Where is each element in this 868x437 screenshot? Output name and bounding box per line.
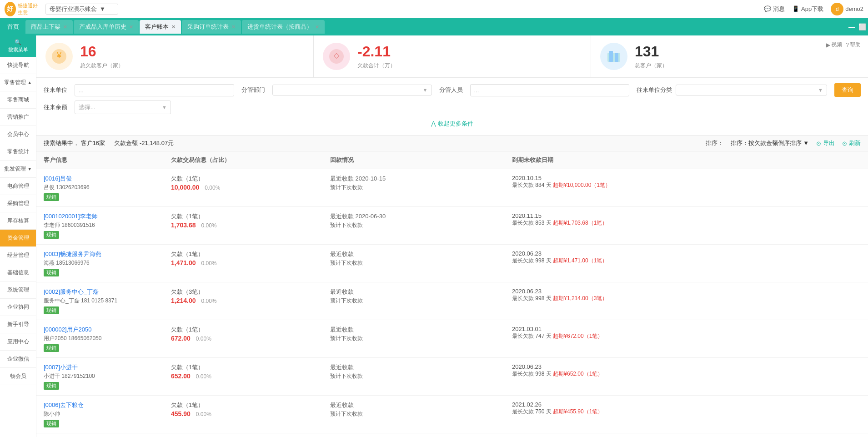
customer-name-link[interactable]: [0003]畅捷服务尹海燕 [44,250,171,258]
debt-amount-number: -2.11 [357,43,396,60]
overdue-link[interactable]: 超期¥455.90（1笔） [553,408,603,415]
sidebar-item-finance[interactable]: 资金管理 [0,230,36,247]
filter-balance: 往来余额 选择... ▼ [44,100,171,114]
sidebar-item-wholesale-mgmt[interactable]: 批发管理 ▼ [0,161,36,178]
help-link[interactable]: ? 帮助 [846,41,861,49]
close-icon[interactable]: ✕ [231,24,236,30]
tab-product-listing[interactable]: 商品上下架 ✕ [25,20,73,34]
company-selector[interactable]: 母婴行业演示账套 ▼ [45,4,118,15]
table-row: [0002]服务中心_丁磊 服务中心_丁磊 181 0125 8371 现销 欠… [36,282,868,320]
customer-info-cell: [0001020001]李老师 李老师 18600391516 现销 [44,212,171,239]
debt-amount-label: 欠款合计（万） [357,62,396,70]
app-name: 畅捷通好生意 [18,2,41,16]
sidebar-item-system-mgmt[interactable]: 系统管理 [0,281,36,299]
debt-customers-label: 总欠款客户（家） [80,62,124,70]
sidebar-item-retail-mgmt[interactable]: 零售管理 ▲ [0,74,36,91]
user-avatar-btn[interactable]: d demo2 [831,3,863,15]
tab-home[interactable]: 首页 [2,20,25,34]
total-customers-label: 总客户（家） [635,62,667,70]
department-select[interactable]: ▼ [272,85,432,95]
debt-amount-link[interactable]: 672.00 [171,335,191,342]
tab-customer-account[interactable]: 客户账本 ✕ [140,20,181,34]
overdue-link[interactable]: 超期¥10,000.00（1笔） [553,182,611,188]
manager-input[interactable]: ... [470,84,630,96]
sidebar-item-retail-stats[interactable]: 零售统计 [0,143,36,161]
unit-category-select[interactable]: ▼ [676,85,827,95]
overdue-link[interactable]: 超期¥1,471.00（1笔） [553,257,607,264]
tab-purchase-product-stats[interactable]: 进货单统计表（按商品） ✕ [242,20,325,34]
sidebar-item-inventory[interactable]: 库存核算 [0,212,36,230]
customer-info-cell: [0016]吕俊 吕俊 13026203696 现销 [44,175,171,201]
col-customer-info: 客户信息 [44,156,171,164]
sidebar-item-enterprise-wechat[interactable]: 企业微信 [0,351,36,368]
results-bar: 搜索结果中， 客户16家 欠款金额 -21,148.07元 排序： 排序：按欠款… [36,136,868,151]
sidebar-item-ecommerce[interactable]: 电商管理 [0,178,36,195]
debt-amount-link[interactable]: 455.90 [171,410,191,417]
tab-purchase-stats[interactable]: 采购订单统计表 ✕ [182,20,241,34]
sidebar-item-member-center[interactable]: 会员中心 [0,126,36,143]
debt-amount-link[interactable]: 1,214.00 [171,297,196,304]
due-date-cell: 2020.06.23 最长欠款 998 天 超期¥1,471.00（1笔） [512,250,861,265]
close-icon[interactable]: ✕ [171,24,176,30]
message-btn[interactable]: 💬 消息 [764,5,785,13]
sidebar-search[interactable]: 🔍 搜索菜单 [0,35,36,57]
svg-text:¥: ¥ [56,51,62,60]
sidebar-item-basic-info[interactable]: 基础信息 [0,264,36,281]
sidebar-item-purchase-mgmt[interactable]: 采购管理 [0,195,36,212]
recovery-cell: 最近收款 2020-10-15 预计下次收款 [330,175,512,191]
close-icon[interactable]: ✕ [129,24,133,30]
debt-amount-link[interactable]: 1,471.00 [171,259,196,266]
filter-manager: 分管人员 ... [439,84,630,96]
sidebar-item-marketing[interactable]: 营销推广 [0,109,36,126]
overdue-link[interactable]: 超期¥1,214.00（3笔） [553,295,607,301]
sidebar-item-operations[interactable]: 经营管理 [0,247,36,264]
close-icon[interactable]: ✕ [315,24,319,30]
sidebar-item-member[interactable]: 畅会员 [0,368,36,385]
due-date-cell: 2021.03.01 最长欠款 747 天 超期¥672.00（1笔） [512,326,861,340]
debt-amount-link[interactable]: 1,703.68 [171,221,196,229]
sidebar-quick-nav[interactable]: 快捷导航 [0,57,36,74]
sidebar-item-app-center[interactable]: 应用中心 [0,333,36,351]
close-icon[interactable]: ✕ [63,24,67,30]
refresh-icon: ⊙ [842,140,847,147]
sort-select[interactable]: 排序：按欠款金额倒序排序 ▼ [731,139,809,147]
debt-amount-link[interactable]: 652.00 [171,372,191,380]
app-download-btn[interactable]: 📱 App下载 [792,5,823,13]
customer-name-link[interactable]: [000002]用户2050 [44,326,171,334]
customer-info-cell: [0006]去下粮仓 陈小帅 现销 [44,401,171,427]
tab-product-history[interactable]: 产成品入库单历史 ✕ [74,20,139,34]
refresh-button[interactable]: ⊙ 刷新 [842,139,861,147]
export-button[interactable]: ⊙ 导出 [816,139,835,147]
sidebar-item-newcomer-guide[interactable]: 新手引导 [0,316,36,333]
from-unit-input[interactable]: ... [75,84,234,96]
stats-bar: ¥ 16 总欠款客户（家） ◇ -2.11 欠款合计（万） [36,35,868,78]
overdue-link[interactable]: 超期¥1,703.68（1笔） [553,220,607,226]
company-dropdown-icon: ▼ [100,5,105,12]
overdue-link[interactable]: 超期¥652.00（1笔） [553,371,603,377]
table-row: [000001]黄思源 黄思源 13552700226 现销 欠款（1笔） 42… [36,433,868,437]
table-header: 客户信息 欠款交易信息（占比） 回款情况 到期未收款日期 [36,151,868,169]
chevron-down-icon: ▼ [162,105,167,110]
customer-name-link[interactable]: [0007]小进干 [44,363,171,372]
collapse-filter-btn[interactable]: ⋀ 收起更多条件 [44,118,861,130]
svg-rect-6 [615,53,618,62]
customer-name-link[interactable]: [0006]去下粮仓 [44,401,171,409]
collapse-icon: ⋀ [431,120,438,127]
video-link[interactable]: ▶ 视频 [826,41,842,49]
chevron-down-icon: ▼ [818,87,823,93]
sidebar-item-enterprise-collab[interactable]: 企业协同 [0,299,36,316]
debt-amount-link[interactable]: 10,000.00 [171,184,199,191]
customer-name-link[interactable]: [0002]服务中心_丁磊 [44,288,171,296]
sidebar-item-retail-mall[interactable]: 零售商城 [0,91,36,109]
search-button[interactable]: 查询 [834,83,861,97]
balance-select[interactable]: 选择... ▼ [75,100,171,114]
customer-name-link[interactable]: [0016]吕俊 [44,175,171,183]
due-date-cell: 2021.02.26 最长欠款 750 天 超期¥455.90（1笔） [512,401,861,416]
avatar: d [831,3,843,15]
maximize-icon[interactable]: ⬜ [858,23,866,30]
recovery-cell: 最近收款 预计下次收款 [330,326,512,342]
ellipsis-icon: ... [79,87,84,94]
overdue-link[interactable]: 超期¥672.00（1笔） [553,333,603,339]
minimize-icon[interactable]: — [848,23,855,30]
customer-name-link[interactable]: [0001020001]李老师 [44,212,171,221]
